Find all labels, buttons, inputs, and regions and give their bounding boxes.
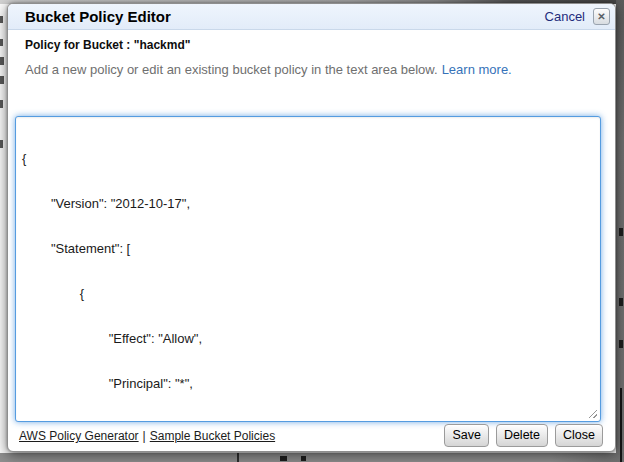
background-text-fragment <box>0 57 4 65</box>
dialog-header: Bucket Policy Editor Cancel ✕ <box>8 4 615 30</box>
background-text-fragment <box>280 456 287 461</box>
policy-line: "Principal": "*", <box>22 376 594 391</box>
textarea-resize-grip[interactable] <box>587 408 597 418</box>
dialog-title: Bucket Policy Editor <box>25 8 545 25</box>
background-text-fragment <box>301 456 306 461</box>
policy-line: "Action": "s3:GetObject", <box>22 421 594 422</box>
dialog-description: Add a new policy or edit an existing buc… <box>25 62 598 77</box>
footer-buttons: Save Delete Close <box>444 424 603 447</box>
policy-line: { <box>22 286 594 301</box>
policy-line: "Statement": [ <box>22 241 594 256</box>
aws-policy-generator-link[interactable]: AWS Policy Generator <box>19 429 139 443</box>
background-text-fragment <box>0 100 3 108</box>
background-text-fragment <box>0 140 3 148</box>
policy-textarea[interactable]: { "Version": "2012-10-17", "Statement": … <box>15 116 601 422</box>
learn-more-link[interactable]: Learn more. <box>442 62 512 77</box>
close-icon[interactable]: ✕ <box>593 8 610 25</box>
policy-line: "Effect": "Allow", <box>22 331 594 346</box>
background-page-bottom-edge <box>0 453 624 462</box>
background-text-fragment <box>0 39 3 46</box>
close-button[interactable]: Close <box>555 424 603 447</box>
policy-line: "Version": "2012-10-17", <box>22 196 594 211</box>
description-text: Add a new policy or edit an existing buc… <box>25 62 438 77</box>
background-text-fragment <box>619 340 623 348</box>
background-divider-line <box>237 453 239 462</box>
background-text-fragment <box>0 16 3 23</box>
bucket-policy-editor-dialog: Bucket Policy Editor Cancel ✕ Policy for… <box>7 3 616 452</box>
policy-for-bucket-label: Policy for Bucket : "hackmd" <box>25 38 598 52</box>
background-divider-line <box>620 388 622 462</box>
background-text-fragment <box>619 298 623 306</box>
background-text-fragment <box>0 76 4 84</box>
policy-line: { <box>22 151 594 166</box>
footer-links: AWS Policy Generator|Sample Bucket Polic… <box>19 429 275 443</box>
background-text-fragment <box>619 228 623 236</box>
cancel-link[interactable]: Cancel <box>545 9 585 24</box>
delete-button[interactable]: Delete <box>496 424 548 447</box>
sample-bucket-policies-link[interactable]: Sample Bucket Policies <box>150 429 275 443</box>
link-separator: | <box>143 429 146 443</box>
save-button[interactable]: Save <box>444 424 489 447</box>
background-page-left-edge <box>0 4 7 453</box>
